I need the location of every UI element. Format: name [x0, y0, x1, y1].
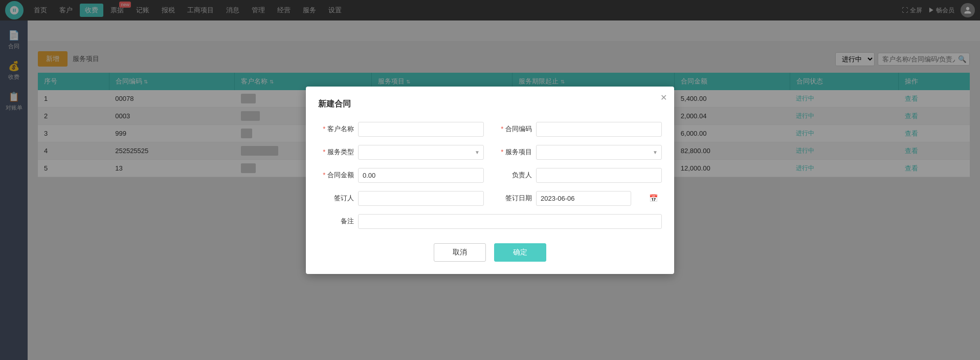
- contract-no-label: 合同编码: [496, 124, 532, 134]
- client-name-label: 客户名称: [318, 124, 354, 134]
- modal-footer: 取消 确定: [318, 243, 662, 262]
- contract-no-row: 合同编码: [496, 122, 662, 137]
- cancel-button[interactable]: 取消: [434, 243, 486, 262]
- amount-input[interactable]: [358, 168, 484, 183]
- remark-input[interactable]: [358, 214, 662, 229]
- service-item-select-wrap: ▼: [536, 145, 662, 160]
- client-name-row: 客户名称: [318, 122, 484, 137]
- remark-row: 备注: [318, 214, 662, 229]
- remark-label: 备注: [318, 217, 354, 226]
- sign-date-label: 签订日期: [496, 194, 532, 203]
- service-type-select[interactable]: [358, 145, 484, 160]
- contract-no-input[interactable]: [536, 122, 662, 137]
- signer-input[interactable]: [358, 191, 484, 206]
- modal-form: 客户名称 合同编码 服务类型 ▼ 服务项目: [318, 122, 662, 229]
- signer-row: 签订人: [318, 191, 484, 206]
- signer-label: 签订人: [318, 194, 354, 203]
- person-row: 负责人: [496, 168, 662, 183]
- calendar-icon: 📅: [649, 194, 658, 202]
- sign-date-wrap: 📅: [536, 191, 662, 206]
- sign-date-input[interactable]: [536, 191, 631, 206]
- service-item-select[interactable]: [536, 145, 662, 160]
- service-type-row: 服务类型 ▼: [318, 145, 484, 160]
- modal-close-button[interactable]: ✕: [660, 93, 667, 102]
- amount-label: 合同金额: [318, 171, 354, 180]
- service-type-label: 服务类型: [318, 147, 354, 157]
- amount-row: 合同金额: [318, 168, 484, 183]
- person-input[interactable]: [536, 168, 662, 183]
- new-contract-modal: 新建合同 ✕ 客户名称 合同编码 服务类型 ▼: [306, 87, 674, 274]
- service-item-label: 服务项目: [496, 147, 532, 157]
- confirm-button[interactable]: 确定: [494, 243, 546, 262]
- service-item-row: 服务项目 ▼: [496, 145, 662, 160]
- sign-date-row: 签订日期 📅: [496, 191, 662, 206]
- modal-overlay: 新建合同 ✕ 客户名称 合同编码 服务类型 ▼: [0, 0, 980, 360]
- modal-title: 新建合同: [318, 99, 662, 110]
- person-label: 负责人: [496, 171, 532, 180]
- client-name-input[interactable]: [358, 122, 484, 137]
- service-type-select-wrap: ▼: [358, 145, 484, 160]
